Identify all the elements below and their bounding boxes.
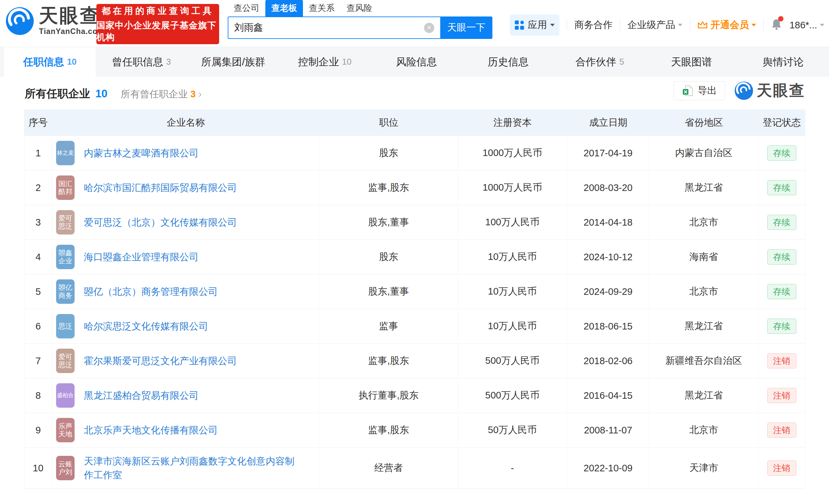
chevron-down-icon	[678, 24, 682, 26]
company-name-link[interactable]: 北京乐声天地文化传播有限公司	[84, 423, 218, 437]
established-date-text: 2014-04-18	[583, 217, 632, 228]
company-logo-badge[interactable]: 云账户刘	[56, 456, 75, 480]
region-text: 新疆维吾尔自治区	[665, 354, 742, 367]
tab-count: 10	[67, 57, 77, 67]
search-button[interactable]: 天眼一下	[440, 16, 492, 39]
capital-text: -	[511, 463, 514, 474]
position-text: 股东,董事	[368, 285, 409, 298]
status-badge: 存续	[767, 180, 796, 195]
table-row: 3 爱可思泛 爱可思泛（北京）文化传媒有限公司 股东,董事 100万人民币 20…	[24, 205, 805, 240]
top-nav: 应用 商务合作 企业级产品 开通会员 186*	[510, 14, 824, 36]
position-text: 股东	[379, 250, 398, 264]
position-text: 经营者	[374, 461, 403, 475]
tab-label: 合作伙伴	[576, 55, 616, 69]
row-index: 2	[35, 183, 41, 193]
established-date-text: 2018-02-06	[583, 356, 632, 366]
company-name-link[interactable]: 霍尔果斯爱可思泛文化产业有限公司	[84, 354, 237, 368]
row-index: 3	[35, 217, 41, 228]
promo-banner: 都在用的商业查询工具 国家中小企业发展子基金旗下机构	[96, 4, 219, 44]
search-tab[interactable]: 查公司	[228, 0, 265, 16]
biz-coop-label: 商务合作	[574, 18, 613, 32]
apps-label: 应用	[528, 18, 547, 32]
table-row: 1 林之麦 内蒙古林之麦啤酒有限公司 股东 1000万人民币 2017-04-1…	[24, 136, 805, 170]
search-tab[interactable]: 查风险	[340, 0, 378, 16]
company-logo-badge[interactable]: 曌鑫企业	[56, 245, 75, 269]
company-name-link[interactable]: 天津市滨海新区云账户刘雨鑫数字文化创意内容制作工作室	[84, 454, 302, 482]
capital-text: 10万人民币	[488, 285, 537, 298]
position-text: 监事,股东	[368, 181, 409, 194]
tab-label: 风险信息	[396, 55, 437, 69]
nav-vip[interactable]: 开通会员	[697, 18, 756, 32]
status-badge: 存续	[767, 284, 796, 299]
divider	[620, 20, 620, 31]
detail-tab[interactable]: 风险信息	[371, 47, 462, 77]
company-logo-badge[interactable]: 林之麦	[56, 141, 75, 165]
former-positions-label: 所有曾任职企业	[121, 89, 188, 99]
status-badge: 存续	[767, 249, 796, 265]
tab-label: 历史信息	[488, 55, 529, 69]
tab-count: 3	[166, 57, 171, 67]
company-logo-badge[interactable]: 思泛	[56, 314, 75, 339]
region-text: 黑龙江省	[685, 181, 723, 194]
watermark-logo: 天眼查	[734, 80, 805, 101]
account-menu[interactable]: 186*...	[789, 20, 824, 31]
region-text: 北京市	[689, 216, 718, 229]
region-text: 内蒙古自治区	[675, 147, 733, 160]
company-name-link[interactable]: 哈尔滨市国汇酷邦国际贸易有限公司	[84, 181, 237, 195]
col-header-status: 登记状态	[758, 116, 805, 129]
tab-count: 5	[619, 57, 624, 67]
detail-tab[interactable]: 曾任职信息 3	[96, 47, 187, 77]
table-row: 6 思泛 哈尔滨思泛文化传媒有限公司 监事 10万人民币 2018-06-15 …	[24, 309, 805, 344]
status-badge: 注销	[767, 353, 796, 369]
detail-tab[interactable]: 舆情讨论	[737, 47, 829, 77]
company-logo-badge[interactable]: 盛柏合	[56, 383, 75, 408]
notifications-bell[interactable]	[771, 18, 782, 32]
search-tab[interactable]: 查老板	[265, 0, 303, 16]
table-row: 2 国汇酷邦 哈尔滨市国汇酷邦国际贸易有限公司 监事,股东 1000万人民币 2…	[24, 170, 805, 205]
company-name-link[interactable]: 黑龙江盛柏合贸易有限公司	[84, 389, 199, 402]
company-name-link[interactable]: 爱可思泛（北京）文化传媒有限公司	[84, 216, 237, 229]
detail-tab[interactable]: 天眼图谱	[646, 47, 737, 77]
company-name-link[interactable]: 曌亿（北京）商务管理有限公司	[84, 285, 218, 299]
table-row: 4 曌鑫企业 海口曌鑫企业管理有限公司 股东 10万人民币 2024-10-12…	[24, 240, 805, 274]
former-positions-link[interactable]: 所有曾任职企业 3 ›	[121, 88, 202, 101]
clear-search-icon[interactable]: ×	[424, 23, 434, 33]
search-input[interactable]: 刘雨鑫 ×	[228, 16, 440, 39]
search-tab[interactable]: 查关系	[303, 0, 340, 16]
status-badge: 注销	[767, 388, 796, 403]
company-logo-badge[interactable]: 国汇酷邦	[56, 176, 75, 200]
detail-tab[interactable]: 历史信息	[462, 47, 554, 77]
notification-dot	[778, 16, 784, 22]
capital-text: 10万人民币	[488, 320, 537, 333]
region-text: 北京市	[689, 424, 718, 437]
company-logo-badge[interactable]: 爱可思泛	[56, 349, 75, 373]
nav-enterprise[interactable]: 企业级产品	[627, 18, 682, 32]
position-text: 监事,股东	[368, 354, 409, 367]
tianyancha-swirl-icon	[734, 81, 753, 100]
nav-biz-coop[interactable]: 商务合作	[574, 18, 613, 32]
detail-tab[interactable]: 控制企业 10	[279, 47, 371, 77]
company-name-link[interactable]: 内蒙古林之麦啤酒有限公司	[84, 146, 199, 160]
capital-text: 1000万人民币	[482, 181, 542, 194]
export-button[interactable]: 导出	[674, 81, 725, 100]
company-name-link[interactable]: 哈尔滨思泛文化传媒有限公司	[84, 319, 208, 333]
divider	[763, 20, 764, 31]
detail-tab[interactable]: 合作伙伴 5	[554, 47, 646, 77]
company-logo-badge[interactable]: 乐声天地	[56, 418, 75, 442]
chevron-down-icon	[751, 24, 756, 26]
detail-tab[interactable]: 任职信息 10	[4, 47, 96, 77]
search-tabs: 查公司查老板查关系查风险	[228, 2, 492, 16]
company-name-link[interactable]: 海口曌鑫企业管理有限公司	[84, 250, 199, 264]
col-header-position: 职位	[320, 116, 458, 129]
table-body: 1 林之麦 内蒙古林之麦啤酒有限公司 股东 1000万人民币 2017-04-1…	[24, 136, 805, 489]
table-row: 5 曌亿商务 曌亿（北京）商务管理有限公司 股东,董事 10万人民币 2024-…	[24, 274, 805, 309]
apps-menu[interactable]: 应用	[510, 14, 560, 36]
company-logo-badge[interactable]: 曌亿商务	[56, 279, 75, 304]
company-logo-badge[interactable]: 爱可思泛	[56, 210, 75, 235]
region-text: 黑龙江省	[685, 389, 723, 402]
row-index: 10	[33, 463, 43, 474]
capital-text: 500万人民币	[485, 354, 539, 367]
detail-tab[interactable]: 所属集团/族群	[187, 47, 279, 77]
established-date-text: 2008-11-07	[584, 425, 632, 436]
site-logo[interactable]: 天眼查 TianYanCha.com	[5, 6, 105, 36]
